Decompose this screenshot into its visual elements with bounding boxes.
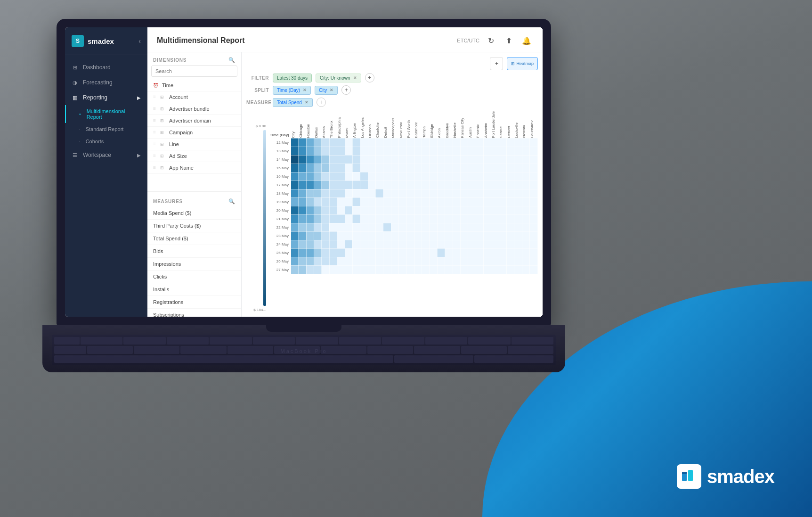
filter-tag-latest-30-days[interactable]: Latest 30 days xyxy=(273,74,312,82)
advertiser-bundle-icon: ⊞ xyxy=(160,107,166,111)
refresh-button[interactable]: ↻ xyxy=(484,34,497,47)
split-tag-time-day[interactable]: Time (Day) ✕ xyxy=(273,86,311,95)
brand-logo-area: smadex xyxy=(677,464,774,489)
svg-rect-1 xyxy=(688,470,693,481)
heatmap-panel: + ⊞ Heatmap FILTER Latest 30 days xyxy=(242,52,543,317)
advertiser-domain-icon: ⊞ xyxy=(160,118,166,123)
remove-measure-button[interactable]: ✕ xyxy=(305,100,309,105)
sidebar-item-forecasting-label: Forecasting xyxy=(83,79,141,86)
heatmap-view-button[interactable]: ⊞ Heatmap xyxy=(507,57,538,70)
measure-item-impressions[interactable]: Impressions xyxy=(147,258,241,271)
dot-icon: · xyxy=(79,128,80,131)
filter-tag-city-unknown[interactable]: City: Unknown ✕ xyxy=(316,74,361,82)
forecasting-icon: ◑ xyxy=(72,80,78,86)
sidebar-item-reporting[interactable]: ▦ Reporting ▶ xyxy=(65,90,147,105)
line-icon: ⊞ xyxy=(160,142,166,147)
measure-item-registrations[interactable]: Registrations xyxy=(147,296,241,309)
add-measure-button[interactable]: + xyxy=(317,98,326,107)
measure-item-third-party-costs[interactable]: Third Party Costs ($) xyxy=(147,220,241,232)
drag-icon: ⠿ xyxy=(153,107,156,111)
add-filter-button[interactable]: + xyxy=(490,57,503,70)
dimensions-panel: DIMENSIONS 🔍 ⏰ Time ⠿ xyxy=(147,52,242,317)
laptop-base: MacBook Pro xyxy=(42,325,565,372)
account-icon: ⊞ xyxy=(160,95,166,99)
panel-separator xyxy=(147,191,241,192)
sidebar: S smadex ‹ ⊞ Dashboard ◑ Forecasting ▦ xyxy=(65,27,147,317)
dim-label: App Name xyxy=(169,165,194,171)
drag-icon: ⠿ xyxy=(153,119,156,123)
dimension-item-app-name[interactable]: ⠿ ⊞ App Name xyxy=(147,162,241,174)
dimension-item-ad-size[interactable]: ⠿ ⊞ Ad Size xyxy=(147,150,241,162)
measure-row: MEASURE Total Spend ✕ + xyxy=(246,98,538,107)
dim-label: Account xyxy=(169,94,188,100)
sidebar-item-workspace-label: Workspace xyxy=(83,152,132,158)
brand-name: smadex xyxy=(707,466,774,487)
measure-label: MEASURE xyxy=(246,100,269,105)
dim-label: Campaign xyxy=(169,130,193,135)
measure-list: Media Spend ($) Third Party Costs ($) To… xyxy=(147,207,241,317)
measure-tag-total-spend[interactable]: Total Spend ✕ xyxy=(273,98,313,107)
measure-item-installs[interactable]: Installs xyxy=(147,283,241,296)
sidebar-item-cohorts[interactable]: · Cohorts xyxy=(65,135,147,148)
sidebar-item-workspace[interactable]: ☰ Workspace ▶ xyxy=(65,148,147,163)
dimension-item-time[interactable]: ⏰ Time xyxy=(147,80,241,91)
sidebar-item-dashboard[interactable]: ⊞ Dashboard xyxy=(65,60,147,75)
page-title: Multidimensional Report xyxy=(157,36,245,45)
sidebar-collapse-button[interactable]: ‹ xyxy=(138,37,141,45)
split-row: SPLIT Time (Day) ✕ City ✕ + xyxy=(246,85,538,95)
heatmap-scroll-area[interactable]: Time (Day) City Chicago Houston Dallas A… xyxy=(269,110,538,312)
sidebar-item-dashboard-label: Dashboard xyxy=(83,64,141,71)
remove-city-split-button[interactable]: ✕ xyxy=(330,88,333,92)
keyboard-area xyxy=(52,335,556,365)
drag-icon: ⠿ xyxy=(153,131,156,135)
drag-icon: ⠿ xyxy=(153,166,156,170)
drag-icon: ⠿ xyxy=(153,154,156,158)
dimension-item-account[interactable]: ⠿ ⊞ Account xyxy=(147,91,241,103)
sidebar-logo-icon: S xyxy=(72,35,84,47)
sidebar-item-standard-report[interactable]: · Standard Report xyxy=(65,123,147,135)
multidimensional-report-label: Multidimensional Report xyxy=(87,108,141,120)
dimension-item-advertiser-bundle[interactable]: ⠿ ⊞ Advertiser bundle xyxy=(147,103,241,115)
notification-bell-button[interactable]: 🔔 xyxy=(520,34,533,47)
dimensions-search-input[interactable] xyxy=(151,66,237,77)
header-actions: ETC/UTC ↻ ⬆ 🔔 xyxy=(457,34,533,47)
dimension-item-advertiser-domain[interactable]: ⠿ ⊞ Advertiser domain xyxy=(147,115,241,127)
dimensions-search-icon[interactable]: 🔍 xyxy=(228,57,235,63)
measure-item-clicks[interactable]: Clicks xyxy=(147,271,241,283)
add-split-button[interactable]: + xyxy=(341,85,351,95)
y-scale-top: $ 0.00 xyxy=(256,124,266,128)
workspace-chevron-icon: ▶ xyxy=(137,153,141,158)
dimension-item-campaign[interactable]: ⠿ ⊞ Campaign xyxy=(147,127,241,139)
dot-icon: · xyxy=(79,140,80,143)
measures-panel-title: MEASURES 🔍 xyxy=(147,194,241,207)
share-button[interactable]: ⬆ xyxy=(502,34,515,47)
main-content: Multidimensional Report ETC/UTC ↻ ⬆ 🔔 DI… xyxy=(147,27,543,317)
cohorts-label: Cohorts xyxy=(86,139,104,144)
measure-item-subscriptions[interactable]: Subscriptions xyxy=(147,309,241,317)
dimensions-search-area xyxy=(147,66,241,80)
sidebar-logo: S smadex ‹ xyxy=(65,27,147,55)
dimension-item-line[interactable]: ⠿ ⊞ Line xyxy=(147,139,241,150)
dimension-list: ⏰ Time ⠿ ⊞ Account ⠿ ⊞ Adver xyxy=(147,80,241,189)
heatmap-container: $ 0.00 $ 184... Time (Day) City Chicago … xyxy=(246,110,538,312)
measure-item-media-spend[interactable]: Media Spend ($) xyxy=(147,207,241,220)
split-tag-city[interactable]: City ✕ xyxy=(315,86,338,95)
sidebar-item-reporting-label: Reporting xyxy=(83,94,132,101)
measure-item-bids[interactable]: Bids xyxy=(147,245,241,258)
remove-city-filter-button[interactable]: ✕ xyxy=(353,75,357,80)
remove-time-split-button[interactable]: ✕ xyxy=(303,88,307,92)
campaign-icon: ⊞ xyxy=(160,130,166,135)
add-filter-button-row[interactable]: + xyxy=(365,73,374,82)
dimensions-panel-title: DIMENSIONS 🔍 xyxy=(147,52,241,66)
sidebar-item-multidimensional-report[interactable]: ● Multidimensional Report xyxy=(65,105,147,123)
dim-label: Time xyxy=(162,82,173,88)
heatmap-grid-icon: ⊞ xyxy=(511,61,515,66)
sidebar-nav: ⊞ Dashboard ◑ Forecasting ▦ Reporting ▶ xyxy=(65,55,147,317)
sidebar-item-forecasting[interactable]: ◑ Forecasting xyxy=(65,75,147,90)
time-icon: ⏰ xyxy=(153,83,159,88)
heatmap-label: Heatmap xyxy=(516,61,534,66)
dim-label: Line xyxy=(169,141,179,147)
measure-item-total-spend[interactable]: Total Spend ($) xyxy=(147,232,241,245)
measures-search-icon[interactable]: 🔍 xyxy=(228,198,235,205)
standard-report-label: Standard Report xyxy=(86,126,124,132)
